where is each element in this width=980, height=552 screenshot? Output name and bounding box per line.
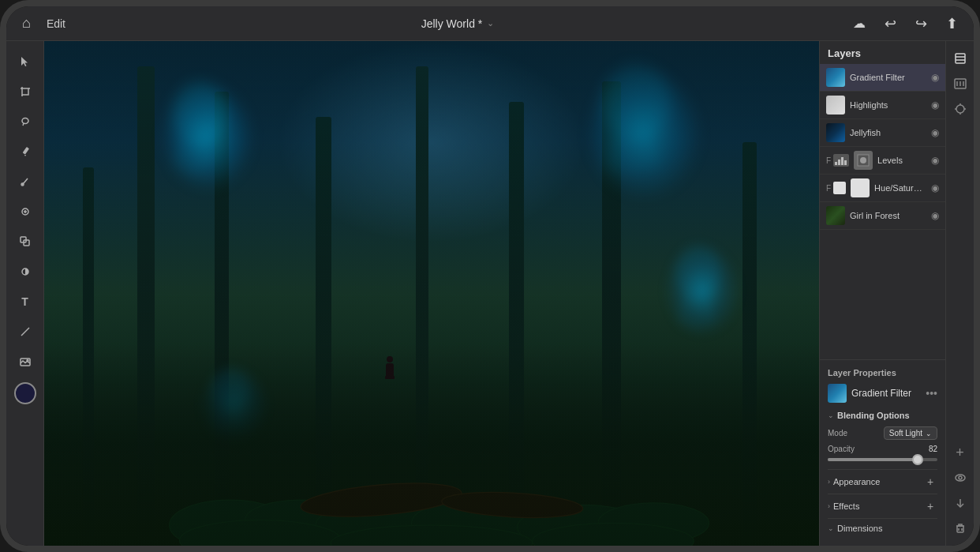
layer-eye-highlights[interactable]: ◉ [931,100,939,111]
layer-item-gradient-filter[interactable]: Gradient Filter ◉ [820,64,945,92]
move-down-button[interactable] [949,492,971,514]
mode-label: Mode [828,429,847,437]
undo-icon[interactable]: ↩ [881,12,900,36]
redo-icon[interactable]: ↪ [912,12,930,36]
layer-eye-jellyfish[interactable]: ◉ [931,127,939,138]
appearance-add-button[interactable]: + [923,475,937,489]
svg-point-20 [172,81,227,145]
brush-tool[interactable] [11,167,39,196]
opacity-thumb[interactable] [912,454,923,465]
appearance-label: Appearance [833,477,880,486]
jellyfish-glow-1 [160,81,255,192]
dodge-tool[interactable] [11,257,39,286]
blend-mode-select[interactable]: Soft Light ⌄ [884,426,937,440]
opacity-fill [828,458,918,461]
layers-section: Layers Gradient Filter ◉ [820,41,945,360]
add-layer-button[interactable]: + [949,441,971,464]
dimensions-label-container: ⌄ Dimensions [828,524,882,533]
app-window: ⌂ Edit Jelly World * ⌄ ☁ ↩ ↪ ⬆ [6,6,974,546]
person-silhouette [385,356,395,379]
visibility-button[interactable] [949,467,971,489]
image-tool[interactable] [11,347,39,376]
opacity-value: 82 [929,445,937,453]
opacity-row: Opacity 82 [828,445,937,453]
home-icon[interactable]: ⌂ [19,12,34,35]
svg-point-21 [600,64,671,140]
right-sidebar-top-icons [949,47,971,120]
share-icon[interactable]: ⬆ [943,12,961,36]
layer-more-button[interactable]: ••• [926,387,937,400]
blend-mode-row: Mode Soft Light ⌄ [828,426,937,440]
top-bar-right: ☁ ↩ ↪ ⬆ [850,12,961,36]
pen-tool[interactable] [11,317,39,346]
adjustments-icon[interactable] [949,73,971,95]
layer-item-hue-saturation[interactable]: F Hue/Saturati... ◉ [820,175,945,202]
svg-point-36 [860,157,866,163]
edit-button[interactable]: Edit [47,17,65,30]
clone-tool[interactable] [11,227,39,256]
layer-name-levels: Levels [877,156,926,165]
blending-options-label: Blending Options [837,411,910,420]
blend-mode-value: Soft Light [889,429,922,437]
right-sidebar: + [945,41,974,546]
layers-title: Layers [828,47,861,59]
jellyfish-glow-2 [585,66,703,201]
delete-layer-button[interactable] [949,517,971,539]
top-bar-left: ⌂ Edit [19,12,65,35]
select-tool[interactable] [11,47,39,76]
effects-add-button[interactable]: + [923,499,937,513]
svg-point-44 [956,105,964,113]
right-sidebar-bottom-icons: + [949,441,971,539]
crop-tool[interactable] [11,77,39,106]
layers-panel-icon[interactable] [949,47,971,69]
layer-item-levels[interactable]: F [820,147,945,175]
lasso-tool[interactable] [11,107,39,136]
svg-line-7 [23,123,24,126]
svg-point-50 [959,476,962,479]
blend-mode-chevron-icon: ⌄ [926,430,932,437]
selected-layer-name: Gradient Filter [851,388,921,399]
layer-props-title: Layer Properties [828,368,937,377]
layer-name-highlights: Highlights [850,100,926,110]
layer-item-highlights[interactable]: Highlights ◉ [820,92,945,119]
svg-rect-1 [22,88,28,95]
cloud-icon[interactable]: ☁ [850,13,869,34]
filters-icon[interactable] [949,98,971,120]
opacity-slider[interactable] [828,458,937,461]
top-bar: ⌂ Edit Jelly World * ⌄ ☁ ↩ ↪ ⬆ [6,6,974,41]
hue-fx-icon: F [826,184,831,193]
blending-chevron-icon: ⌄ [828,411,834,419]
heal-tool[interactable] [11,197,39,226]
layers-panel-header: Layers [820,41,945,64]
effects-chevron-icon: › [828,502,830,510]
svg-point-19 [27,360,28,362]
layer-eye-levels[interactable]: ◉ [931,155,939,166]
layer-thumb-hue [851,178,870,197]
canvas-image [44,41,819,546]
layer-thumb-jellyfish [826,123,845,142]
dimensions-section-row: ⌄ Dimensions [828,518,937,538]
layer-name-forest: Girl in Forest [850,211,926,220]
layer-eye-gradient-filter[interactable]: ◉ [931,72,939,83]
effects-section-row: › Effects + [828,494,937,518]
appearance-chevron-icon: › [828,478,830,486]
layer-name-hue: Hue/Saturati... [874,183,926,193]
opacity-track [828,458,937,461]
svg-line-17 [21,328,29,336]
top-bar-center: Jelly World * ⌄ [421,17,495,30]
layer-thumb-levels [854,151,873,170]
title-chevron-icon[interactable]: ⌄ [487,18,494,28]
pencil-tool[interactable] [11,137,39,166]
color-swatch[interactable] [14,382,36,404]
left-toolbar: T [6,41,44,546]
layer-eye-hue[interactable]: ◉ [931,182,939,193]
layer-eye-forest[interactable]: ◉ [931,210,939,221]
selected-layer-row: Gradient Filter ••• [828,384,937,403]
main-area: T [6,41,974,546]
layer-item-jellyfish[interactable]: Jellyfish ◉ [820,119,945,147]
appearance-section-row: › Appearance + [828,469,937,494]
layer-item-girl-in-forest[interactable]: Girl in Forest ◉ [820,202,945,230]
svg-rect-52 [957,526,963,532]
svg-marker-9 [24,155,26,156]
text-tool[interactable]: T [11,287,39,316]
